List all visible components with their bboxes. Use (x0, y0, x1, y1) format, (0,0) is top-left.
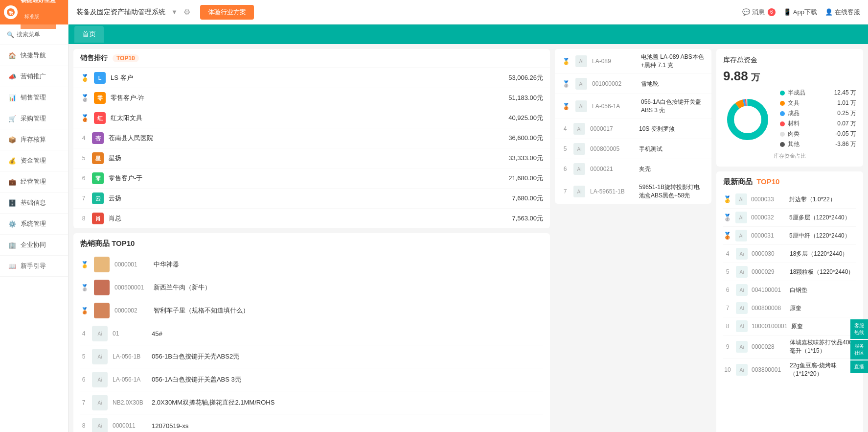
newest-code: 10000100001 (752, 323, 787, 330)
sidebar-item-inventory[interactable]: 📦 库存核算 (0, 129, 68, 150)
newest-product-item: 🥇 Ai 0000033 封边带（1.0*22） (723, 191, 856, 209)
rank-number: 8 (80, 422, 87, 429)
newest-product-item: 8 Ai 10000100001 原奎 (723, 317, 856, 336)
newest-code: 0000033 (751, 196, 785, 203)
newest-name: 5厘中纤（1220*2440） (789, 232, 856, 240)
dropdown-arrow[interactable]: ▼ (171, 8, 178, 16)
trial-button[interactable]: 体验行业方案 (200, 5, 254, 20)
customer-list-item: 🥉 红 红太阳文具 40,925.00元 (73, 108, 550, 128)
customer-list-item: 7 云 云扬 7,680.00元 (73, 189, 550, 209)
sidebar-item-home[interactable]: 🏠 快捷导航 (0, 45, 68, 66)
inventory-summary-card: 库存总资金 9.88 万 (716, 49, 863, 167)
rank-number: 7 (723, 305, 732, 312)
left-column: 销售排行 TOP10 🥇 L LS 客户 53,006.26元 🥈 零 零售客户… (73, 49, 550, 432)
customer-amount: 7,563.00元 (512, 214, 543, 223)
rank-bronze-icon: 🥉 (562, 102, 571, 111)
online-service-btn[interactable]: 👤 在线客服 (825, 8, 860, 17)
customer-amount: 33,333.00元 (508, 154, 543, 163)
legend-label: 成品 (780, 109, 837, 118)
customer-name: LS 客户 (111, 73, 503, 82)
float-btn-community[interactable]: 服务社区 (850, 340, 868, 360)
sales-ranking-header: 销售排行 TOP10 (73, 49, 550, 68)
inventory-middle-item: 4 Ai 0000017 10S 变刹罗煞 (555, 119, 711, 139)
building-icon: 🏢 (8, 240, 17, 249)
sidebar: 畅 畅捷通好生意 标准版 🔍 搜索菜单 🏠 快捷导航 📣 营销推广 📊 销售管理… (0, 0, 69, 432)
tab-home[interactable]: 首页 (74, 26, 104, 43)
rank-gold-icon: 🥇 (80, 73, 89, 82)
customer-avatar: 红 (94, 112, 106, 124)
product-code: 01 (113, 330, 147, 337)
rank-gold-icon: 🥇 (723, 195, 731, 203)
sidebar-item-sales[interactable]: 📊 销售管理 (0, 87, 68, 108)
newest-code: 000800008 (752, 305, 786, 312)
sidebar-item-guide[interactable]: 📖 新手引导 (0, 256, 68, 277)
sidebar-nav: 🏠 快捷导航 📣 营销推广 📊 销售管理 🛒 采购管理 📦 库存核算 💰 资金管… (0, 45, 68, 432)
product-name: 59651-1B旋转投影灯电池盒ABS黑色+58壳 (639, 183, 705, 200)
newest-code: 0000029 (752, 268, 786, 275)
sidebar-item-system[interactable]: ⚙️ 系统管理 (0, 214, 68, 235)
customer-avatar: L (94, 72, 106, 84)
customer-avatar: 零 (92, 172, 104, 184)
product-name: 夹壳 (639, 165, 705, 173)
product-code: 0000001 (114, 261, 149, 268)
newest-code: 0000030 (752, 250, 786, 257)
sidebar-item-finance[interactable]: 💰 资金管理 (0, 150, 68, 171)
inventory-middle-item: 🥉 Ai LA-056-1A 056-1A白色按键开关盖ABS 3 壳 (555, 94, 711, 119)
rank-number: 8 (80, 215, 87, 222)
product-icon: Ai (735, 193, 747, 205)
rank-number: 4 (562, 125, 569, 132)
hot-product-item: 🥈 000500001 新西兰牛肉（新牛） (80, 276, 543, 299)
rank-number: 4 (80, 135, 87, 142)
float-btn-live[interactable]: 直播 (850, 360, 868, 373)
newest-product-item: 🥉 Ai 0000031 5厘中纤（1220*2440） (723, 227, 856, 245)
rank-number: 10 (723, 366, 732, 373)
rank-number: 5 (562, 145, 569, 152)
customer-list-item: 🥇 L LS 客户 53,006.26元 (73, 68, 550, 88)
newest-name: 白钢垫 (790, 286, 856, 294)
sidebar-item-marketing[interactable]: 📣 营销推广 (0, 66, 68, 87)
product-code: 0000021 (590, 166, 634, 172)
messages-btn[interactable]: 💬 消息 6 (742, 8, 776, 17)
newest-name: 原奎 (790, 304, 856, 312)
sidebar-item-purchase[interactable]: 🛒 采购管理 (0, 108, 68, 129)
legend-item: 半成品 12.45 万 (780, 89, 856, 97)
svg-point-7 (735, 107, 760, 132)
sidebar-item-operation[interactable]: 💼 经营管理 (0, 171, 68, 192)
system-title: 装备及固定资产辅助管理系统 (76, 8, 165, 17)
sidebar-item-corp[interactable]: 🏢 企业协同 (0, 235, 68, 256)
rank-number: 6 (723, 287, 732, 293)
product-placeholder: Ai (92, 418, 108, 432)
app-download-btn[interactable]: 📱 App下载 (783, 8, 817, 17)
product-name: 056-1A白色按键开关盖ABS 3壳 (152, 375, 543, 384)
newest-name: 体城嘉枝味苏打饮品400毫升（1*15） (790, 338, 856, 355)
product-icon: Ai (575, 55, 587, 67)
home-icon: 🏠 (8, 51, 17, 60)
product-name: 新西兰牛肉（新牛） (154, 283, 543, 292)
customer-list-item: 8 肖 肖总 7,563.00元 (73, 209, 550, 228)
newest-product-item: 4 Ai 0000030 18多层（1220*2440） (723, 245, 856, 263)
legend-text: 其他 (788, 140, 799, 148)
app-icon: 📱 (783, 8, 791, 16)
product-icon: Ai (573, 186, 585, 197)
hot-product-item: 6 Ai LA-056-1A 056-1A白色按键开关盖ABS 3壳 (80, 368, 543, 391)
legend-text: 文具 (788, 99, 799, 107)
database-icon: 🗄️ (8, 198, 17, 207)
sidebar-item-basic[interactable]: 🗄️ 基础信息 (0, 192, 68, 214)
customer-avatar: 云 (92, 192, 104, 204)
customer-name: 肖总 (109, 214, 507, 223)
settings-icon[interactable]: ⚙ (183, 7, 190, 17)
inventory-legend: 半成品 12.45 万 文具 1.01 万 成品 0.25 万 材料 0.07 … (780, 89, 856, 150)
legend-value: -0.05 万 (835, 130, 856, 138)
newest-code: 004100001 (752, 287, 786, 293)
customer-amount: 40,925.00元 (508, 114, 543, 122)
float-btn-service[interactable]: 客服热线 (850, 319, 868, 339)
sales-ranking-panel: 销售排行 TOP10 🥇 L LS 客户 53,006.26元 🥈 零 零售客户… (73, 49, 550, 228)
newest-product-item: 5 Ai 0000029 18颗粒板（1220*2440） (723, 263, 856, 281)
rank-gold-icon: 🥇 (80, 260, 89, 269)
product-icon: Ai (736, 266, 748, 278)
hot-products-title: 热销商品 TOP10 (80, 239, 543, 248)
legend-dot (780, 91, 785, 96)
product-code: LA-056-1B (113, 353, 147, 360)
chart-icon: 📊 (8, 93, 17, 102)
rank-bronze-icon: 🥉 (80, 306, 89, 315)
